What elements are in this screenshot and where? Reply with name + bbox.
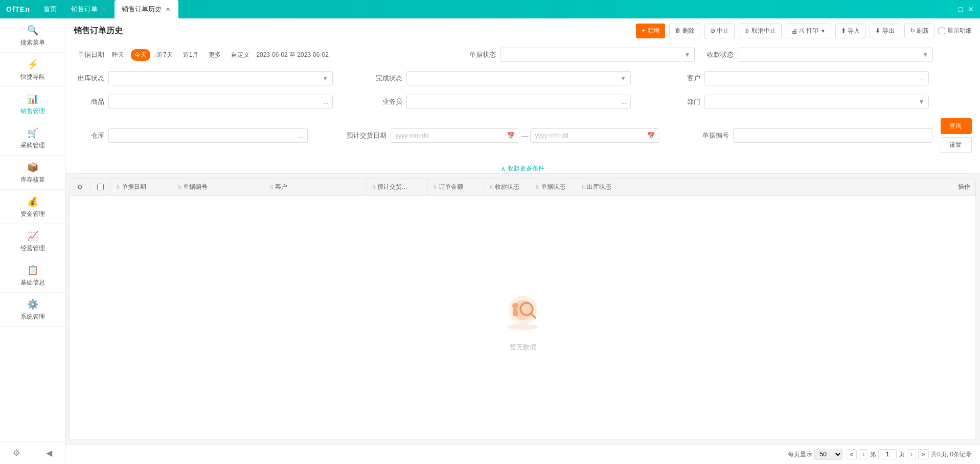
page-header: 销售订单历史 + 新增 🗑 删除 ⊘ 中止 ⊙ 取消中止 🖨 🖨 打印 ▼ ⬆ …: [65, 18, 980, 174]
new-button[interactable]: + 新增: [636, 24, 665, 38]
delete-button[interactable]: 🗑 删除: [669, 24, 700, 38]
order-no-input[interactable]: [733, 128, 932, 143]
recv-status-select[interactable]: ▼: [738, 48, 933, 62]
th-op: 操作: [622, 179, 975, 195]
select-all-checkbox[interactable]: [97, 184, 104, 190]
sidebar-item-purchase-mgmt[interactable]: 🛒 采购管理: [0, 121, 65, 156]
salesman-select[interactable]: ...: [406, 95, 631, 109]
display-cols-checkbox[interactable]: [939, 28, 945, 34]
th-order-label: 单据编号: [183, 183, 208, 191]
collapse-row[interactable]: ∧ 收起更多条件: [74, 162, 972, 173]
query-button[interactable]: 查询: [941, 118, 972, 134]
svg-rect-6: [513, 309, 518, 316]
date-chip-more[interactable]: 更多: [205, 49, 224, 61]
customer-select[interactable]: ...: [704, 71, 929, 85]
delivery-start-input[interactable]: yyyy-mm-dd 📅: [391, 128, 519, 143]
th-settings[interactable]: ⚙: [70, 179, 90, 195]
sidebar-bottom: ⚙ ◀: [0, 441, 65, 464]
sidebar-item-search-menu[interactable]: 🔍 搜索菜单: [0, 18, 65, 53]
recv-status-label: 收款状态: [703, 50, 734, 59]
date-chip-7days[interactable]: 近7天: [153, 49, 176, 61]
window-close-btn[interactable]: ✕: [968, 5, 974, 13]
sidebar-item-quick-nav[interactable]: ⚡ 快捷导航: [0, 53, 65, 87]
dept-arrow-icon: ▼: [918, 98, 924, 105]
date-chip-today[interactable]: 今天: [131, 49, 150, 61]
display-cols-toggle[interactable]: 显示明细: [939, 27, 972, 35]
sidebar-item-purchase-mgmt-label: 采购管理: [20, 141, 45, 150]
print-icon: 🖨: [791, 28, 797, 35]
sidebar-item-basic-info[interactable]: 📋 基础信息: [0, 258, 65, 293]
settings-icon: ⚙: [77, 184, 83, 191]
sidebar-item-sys-mgmt-label: 系统管理: [20, 313, 45, 321]
sidebar-settings-btn[interactable]: ⚙: [9, 446, 24, 460]
complete-status-arrow-icon: ▼: [620, 75, 626, 82]
refresh-button[interactable]: ↻ 刷新: [904, 24, 935, 38]
wh-status-select[interactable]: ▼: [108, 71, 333, 85]
dept-select[interactable]: ▼: [704, 95, 929, 109]
filter-row-2: 出库状态 ▼ 完成状态 ▼ 客户: [74, 71, 972, 90]
order-status-select[interactable]: ▼: [500, 48, 695, 62]
last-page-btn[interactable]: »: [918, 449, 929, 459]
th-order-status-label: 单据状态: [541, 183, 565, 191]
print-button[interactable]: 🖨 🖨 打印 ▼: [786, 24, 831, 38]
main-layout: 🔍 搜索菜单 ⚡ 快捷导航 📊 销售管理 🛒 采购管理 📦 库存核算 💰 资金管…: [0, 18, 980, 464]
th-order-status[interactable]: ⇅ 单据状态: [530, 179, 576, 195]
product-select[interactable]: ...: [108, 95, 333, 109]
sort-customer-icon: ⇅: [269, 184, 274, 190]
product-filter-label: 商品: [74, 97, 104, 106]
display-cols-label: 显示明细: [947, 27, 972, 35]
date-chip-1month[interactable]: 近1月: [179, 49, 202, 61]
delivery-date-label: 预计交货日期: [347, 131, 386, 140]
window-minimize-btn[interactable]: —: [946, 5, 953, 13]
sidebar-item-inventory-calc[interactable]: 📦 库存核算: [0, 156, 65, 190]
wh-status-arrow-icon: ▼: [322, 75, 328, 82]
per-page-dropdown[interactable]: 50 10 20 100: [814, 449, 842, 460]
stop-button[interactable]: ⊘ 中止: [704, 24, 735, 38]
complete-status-select[interactable]: ▼: [406, 71, 631, 85]
th-recv-status[interactable]: ⇅ 收款状态: [484, 179, 530, 195]
cancel-stop-button[interactable]: ⊙ 取消中止: [739, 24, 781, 38]
import-button[interactable]: ⬆ 导入: [835, 24, 865, 38]
th-checkbox[interactable]: [90, 179, 111, 195]
content-area: 销售订单历史 + 新增 🗑 删除 ⊘ 中止 ⊙ 取消中止 🖨 🖨 打印 ▼ ⬆ …: [65, 18, 980, 464]
warehouse-select[interactable]: ...: [108, 128, 308, 143]
sidebar-item-sales-mgmt[interactable]: 📊 销售管理: [0, 87, 65, 121]
sort-wh-icon: ⇅: [581, 184, 585, 190]
th-wh-status[interactable]: ⇅ 出库状态: [576, 179, 622, 195]
first-page-btn[interactable]: «: [847, 449, 857, 459]
window-maximize-btn[interactable]: □: [959, 5, 963, 13]
collapse-up-icon: ∧: [501, 165, 506, 172]
sales-mgmt-icon: 📊: [27, 93, 38, 104]
th-order-no[interactable]: ⇅ 单据编号: [172, 179, 264, 195]
sidebar-item-ops-mgmt[interactable]: 📈 经营管理: [0, 224, 65, 258]
page-input[interactable]: [878, 449, 897, 459]
next-page-btn[interactable]: ›: [907, 449, 916, 459]
tab-sales-order[interactable]: 销售订单 ✕: [64, 0, 115, 18]
th-customer[interactable]: ⇅ 客户: [264, 179, 367, 195]
th-amount[interactable]: ⇅ 订单金额: [428, 179, 484, 195]
sidebar-item-fund-mgmt[interactable]: 💰 资金管理: [0, 190, 65, 224]
tab-sales-history[interactable]: 销售订单历史 ✕: [115, 0, 178, 18]
recv-status-arrow-icon: ▼: [922, 51, 928, 58]
tab-home[interactable]: 首页: [36, 0, 64, 18]
filter-item-warehouse: 仓库 ...: [74, 128, 308, 143]
basic-info-icon: 📋: [27, 264, 38, 276]
sidebar-collapse-btn[interactable]: ◀: [42, 446, 56, 460]
tab-sales-order-close[interactable]: ✕: [101, 6, 107, 13]
th-date[interactable]: ⇅ 单据日期: [111, 179, 172, 195]
tab-list: OfTEn 首页 销售订单 ✕ 销售订单历史 ✕: [0, 0, 946, 18]
tab-sales-history-close[interactable]: ✕: [165, 6, 171, 13]
settings-filter-button[interactable]: 设置: [941, 137, 972, 153]
export-button[interactable]: ⬇ 导出: [870, 24, 900, 38]
page-label-before: 第: [870, 450, 876, 459]
th-delivery[interactable]: ⇅ 预计交货...: [367, 179, 428, 195]
date-chip-yesterday[interactable]: 昨天: [108, 49, 128, 61]
page-title-row: 销售订单历史 + 新增 🗑 删除 ⊘ 中止 ⊙ 取消中止 🖨 🖨 打印 ▼ ⬆ …: [74, 24, 972, 38]
date-chip-custom[interactable]: 自定义: [227, 49, 253, 61]
prev-page-btn[interactable]: ‹: [859, 449, 868, 459]
sort-order-status-icon: ⇅: [535, 184, 539, 190]
date-filter-label: 单据日期: [74, 50, 104, 59]
sidebar-item-sys-mgmt[interactable]: ⚙️ 系统管理: [0, 293, 65, 327]
toolbar: + 新增 🗑 删除 ⊘ 中止 ⊙ 取消中止 🖨 🖨 打印 ▼ ⬆ 导入 ⬇ 导出…: [636, 24, 972, 38]
delivery-end-input[interactable]: yyyy-mm-dd 📅: [530, 128, 659, 143]
